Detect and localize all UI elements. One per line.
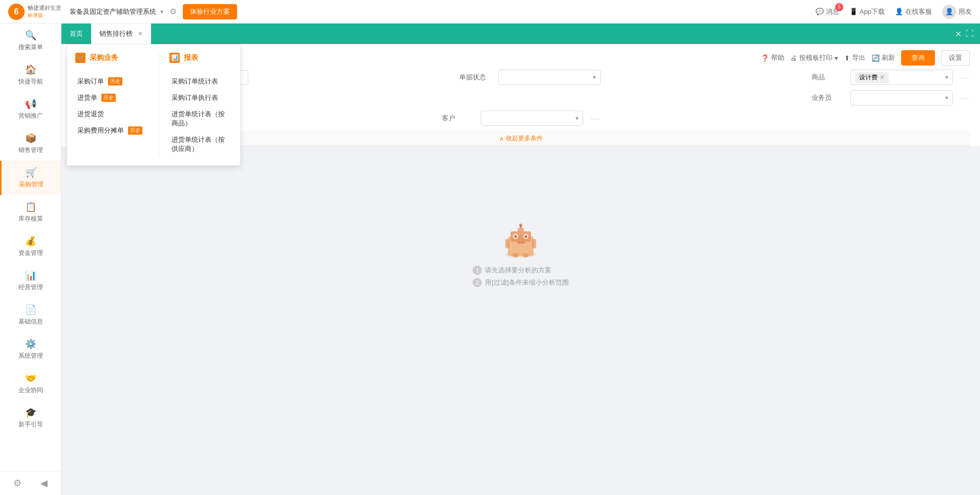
online-service-item[interactable]: 👤 在线客服 bbox=[895, 7, 932, 16]
help-btn[interactable]: ❓ 帮助 bbox=[761, 53, 784, 62]
sidebar: 🔍 搜索菜单 🏠 快捷导航 📢 营销推广 📦 销售管理 🛒 采购管理 📋 库存核… bbox=[0, 24, 61, 495]
svg-rect-10 bbox=[513, 253, 518, 257]
empty-tip-1: 1 请先选择要分析的方案 bbox=[473, 266, 568, 275]
top-header: 6 畅捷通好生意 标准版 装备及固定资产辅助管理系统 ▾ ⚙ 体验行业方案 💬 … bbox=[0, 0, 980, 24]
sidebar-item-search-label: 搜索菜单 bbox=[18, 43, 43, 52]
expense-label: 采购费用分摊单 bbox=[77, 126, 124, 135]
return-label: 进货退货 bbox=[77, 110, 104, 119]
svg-rect-11 bbox=[523, 253, 528, 257]
sidebar-item-guide[interactable]: 🎓 新手引导 bbox=[0, 401, 61, 435]
help-icon: ❓ bbox=[761, 54, 769, 62]
goods-label: 商品 bbox=[812, 73, 842, 82]
tab-sales-ranking[interactable]: 销售排行榜 ✕ bbox=[91, 24, 151, 44]
report-col-title: 报表 bbox=[184, 53, 198, 62]
sidebar-item-navigation[interactable]: 🏠 快捷导航 bbox=[0, 58, 61, 92]
goods-select[interactable]: 设计费 ✕ ▾ bbox=[850, 70, 953, 85]
sidebar-item-search[interactable]: 🔍 搜索菜单 bbox=[0, 24, 61, 58]
sidebar-collapse-icon[interactable]: ◀ bbox=[40, 478, 48, 489]
sidebar-item-basic-info-label: 基础信息 bbox=[18, 317, 43, 326]
print-btn[interactable]: 🖨 按模板打印 ▾ bbox=[791, 53, 838, 62]
sidebar-item-marketing[interactable]: 📢 营销推广 bbox=[0, 92, 61, 126]
sidebar-item-operations-label: 经营管理 bbox=[18, 283, 43, 292]
report-col: 📊 报表 采购订单统计表 采购订单执行表 进货单统计表（按商品） 进货单统计表（… bbox=[159, 53, 232, 157]
purchase-stat-label: 采购订单统计表 bbox=[172, 77, 218, 86]
service-icon: 👤 bbox=[895, 8, 903, 15]
logo-text-area: 畅捷通好生意 标准版 bbox=[28, 4, 61, 18]
sidebar-item-cooperation[interactable]: 🤝 企业协同 bbox=[0, 367, 61, 401]
print-dropdown-icon: ▾ bbox=[835, 54, 838, 62]
home-icon: 🏠 bbox=[25, 64, 36, 75]
voucher-status-select[interactable]: ▾ bbox=[498, 70, 601, 85]
svg-rect-9 bbox=[532, 239, 536, 248]
phone-icon: 📱 bbox=[849, 8, 858, 15]
svg-rect-12 bbox=[518, 228, 524, 232]
sidebar-item-purchase[interactable]: 🛒 采购管理 bbox=[0, 161, 61, 195]
sidebar-item-inventory[interactable]: 📋 库存核算 bbox=[0, 195, 61, 229]
sidebar-item-sales-label: 销售管理 bbox=[18, 146, 43, 155]
sidebar-item-finance[interactable]: 💰 资金管理 bbox=[0, 229, 61, 264]
receipt-stat-goods-label: 进货单统计表（按商品） bbox=[172, 110, 230, 128]
user-item[interactable]: 👤 用友 bbox=[942, 5, 972, 19]
purchase-col-title: 采购业务 bbox=[90, 53, 118, 62]
avatar-placeholder: 👤 bbox=[945, 8, 953, 15]
tip-text-2: 用[过滤]条件来缩小分析范围 bbox=[485, 278, 568, 287]
receipt-stat-supplier-label: 进货单统计表（按供应商） bbox=[172, 135, 230, 154]
dropdown-item-purchase-exec[interactable]: 采购订单执行表 bbox=[169, 90, 232, 106]
app-download-label: App下载 bbox=[860, 7, 885, 16]
tab-bar: 首页 销售排行榜 ✕ ✕ ⛶ bbox=[61, 24, 980, 44]
tab-home-label: 首页 bbox=[70, 29, 83, 38]
salesperson-select[interactable]: ▾ bbox=[850, 90, 953, 105]
goods-tag: 设计费 ✕ bbox=[855, 72, 889, 83]
customer-more-btn[interactable]: ··· bbox=[591, 115, 600, 122]
refresh-icon: 🔄 bbox=[871, 54, 880, 62]
empty-illustration bbox=[495, 208, 546, 260]
dropdown-item-receipt-stat-supplier[interactable]: 进货单统计表（按供应商） bbox=[169, 132, 232, 157]
tab-close-icon[interactable]: ✕ bbox=[138, 30, 143, 37]
purchase-order-label: 采购订单 bbox=[77, 77, 104, 86]
refresh-label: 刷新 bbox=[882, 53, 895, 62]
dropdown-item-purchase-order[interactable]: 采购订单 历史 bbox=[75, 73, 148, 90]
logo-badge: 标准版 bbox=[28, 12, 61, 19]
customer-select[interactable]: ▾ bbox=[481, 111, 583, 126]
dropdown-item-receipt-stat-goods[interactable]: 进货单统计表（按商品） bbox=[169, 106, 232, 132]
sidebar-item-basic-info[interactable]: 📄 基础信息 bbox=[0, 298, 61, 332]
export-btn[interactable]: ⬆ 导出 bbox=[844, 53, 865, 62]
logo-text: 畅捷通好生意 bbox=[28, 4, 61, 11]
header-right: 💬 消息 5 📱 App下载 👤 在线客服 👤 用友 bbox=[816, 5, 972, 19]
dropdown-item-return[interactable]: 进货退货 bbox=[75, 106, 148, 122]
sidebar-item-system[interactable]: ⚙️ 系统管理 bbox=[0, 332, 61, 367]
sales-icon: 📦 bbox=[25, 133, 36, 144]
voucher-status-arrow: ▾ bbox=[593, 74, 596, 81]
industry-btn[interactable]: 体验行业方案 bbox=[183, 4, 237, 19]
purchase-dropdown-menu: 🛒 采购业务 采购订单 历史 进货单 历史 进货退货 采购费用分摊单 历史 📊 bbox=[67, 44, 241, 166]
app-download-item[interactable]: 📱 App下载 bbox=[849, 7, 885, 16]
empty-tip-2: 2 用[过滤]条件来缩小分析范围 bbox=[473, 278, 568, 287]
salesperson-more-btn[interactable]: ··· bbox=[961, 94, 970, 102]
dropdown-item-expense[interactable]: 采购费用分摊单 历史 bbox=[75, 122, 148, 139]
notification-item[interactable]: 💬 消息 5 bbox=[816, 7, 839, 16]
settings-icon[interactable]: ⚙ bbox=[167, 5, 179, 18]
settings-button[interactable]: 设置 bbox=[941, 50, 970, 66]
sidebar-item-guide-label: 新手引导 bbox=[18, 420, 43, 429]
dropdown-arrow-icon[interactable]: ▾ bbox=[160, 8, 163, 15]
dropdown-item-receipt[interactable]: 进货单 历史 bbox=[75, 90, 148, 106]
svg-point-6 bbox=[525, 235, 527, 238]
dropdown-item-purchase-stat[interactable]: 采购订单统计表 bbox=[169, 73, 232, 90]
notification-badge: 5 bbox=[835, 3, 843, 11]
query-button[interactable]: 查询 bbox=[901, 50, 935, 66]
sidebar-item-operations[interactable]: 📊 经营管理 bbox=[0, 264, 61, 298]
goods-tag-close-icon[interactable]: ✕ bbox=[880, 74, 885, 81]
goods-more-btn[interactable]: ··· bbox=[961, 74, 970, 81]
sidebar-item-sales[interactable]: 📦 销售管理 bbox=[0, 126, 61, 161]
tab-close-all-icon[interactable]: ✕ bbox=[955, 29, 962, 39]
sidebar-item-purchase-label: 采购管理 bbox=[19, 180, 44, 189]
sidebar-item-cooperation-label: 企业协同 bbox=[18, 386, 43, 395]
logo-icon: 6 bbox=[8, 4, 25, 20]
tab-home[interactable]: 首页 bbox=[61, 24, 91, 44]
refresh-btn[interactable]: 🔄 刷新 bbox=[871, 53, 895, 62]
purchase-exec-label: 采购订单执行表 bbox=[172, 93, 218, 102]
voucher-status-label: 单据状态 bbox=[459, 73, 490, 82]
tab-expand-icon[interactable]: ⛶ bbox=[966, 29, 974, 38]
sidebar-settings-icon[interactable]: ⚙ bbox=[13, 478, 22, 489]
print-icon: 🖨 bbox=[791, 54, 797, 62]
